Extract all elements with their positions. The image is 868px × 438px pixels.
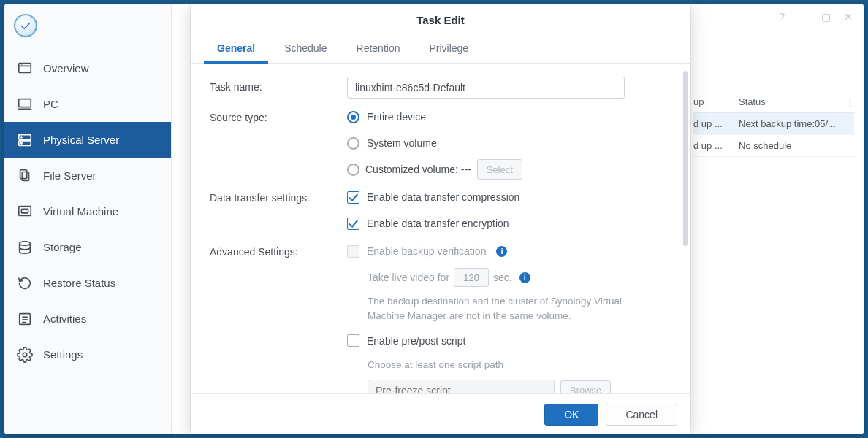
- live-video-prefix: Take live video for: [368, 272, 449, 283]
- svg-rect-11: [19, 206, 31, 215]
- choose-script-text: Choose at least one script path: [368, 358, 660, 372]
- column-menu-icon[interactable]: ⋮: [845, 96, 854, 107]
- task-name-input[interactable]: [347, 77, 625, 99]
- checkbox-icon: [347, 218, 359, 230]
- col-header-status[interactable]: Status: [731, 96, 845, 107]
- help-icon[interactable]: ?: [779, 11, 785, 23]
- modal-title: Task Edit: [191, 4, 690, 36]
- sidebar-item-storage[interactable]: Storage: [4, 229, 171, 265]
- sidebar-item-label: Overview: [43, 62, 89, 74]
- modal-tabs: General Schedule Retention Privilege: [191, 36, 690, 64]
- sidebar-item-restore-status[interactable]: Restore Status: [4, 265, 171, 301]
- col-header-up[interactable]: up: [693, 96, 731, 107]
- minimize-icon[interactable]: —: [798, 11, 808, 23]
- svg-rect-9: [20, 169, 27, 178]
- cancel-button[interactable]: Cancel: [606, 404, 677, 426]
- svg-rect-0: [19, 63, 31, 72]
- live-video-seconds-input: [454, 268, 489, 287]
- maximize-icon[interactable]: ▢: [821, 11, 831, 23]
- checkbox-icon: [347, 191, 359, 204]
- label-source-type: Source type:: [210, 107, 347, 123]
- radio-icon: [347, 111, 359, 123]
- server-icon: [17, 132, 33, 148]
- svg-rect-10: [22, 172, 28, 180]
- sidebar-item-label: PC: [43, 98, 58, 110]
- browse-pre-freeze-button[interactable]: Browse: [560, 380, 611, 393]
- overview-icon: [17, 61, 33, 77]
- sidebar-item-pc[interactable]: PC: [4, 86, 171, 122]
- svg-point-7: [21, 137, 22, 137]
- modal-body: Task name: Source type: Entire device Sy…: [191, 64, 690, 393]
- tab-privilege[interactable]: Privilege: [416, 36, 481, 64]
- info-icon[interactable]: i: [496, 246, 507, 257]
- tab-general[interactable]: General: [204, 36, 268, 64]
- checkbox-encryption[interactable]: Enable data transfer encryption: [347, 214, 671, 233]
- sidebar-item-settings[interactable]: Settings: [4, 337, 171, 372]
- scrollbar[interactable]: [683, 71, 688, 246]
- svg-point-18: [23, 353, 27, 357]
- checkbox-backup-verification: Enable backup verification i: [347, 242, 671, 261]
- sidebar-item-virtual-machine[interactable]: Virtual Machine: [4, 193, 171, 229]
- restore-icon: [17, 275, 33, 291]
- radio-icon: [347, 137, 359, 150]
- tab-retention[interactable]: Retention: [343, 36, 414, 64]
- checkbox-icon: [347, 334, 359, 347]
- label-advanced: Advanced Settings:: [210, 242, 347, 258]
- svg-point-8: [21, 142, 22, 143]
- sidebar-item-overview[interactable]: Overview: [4, 50, 171, 86]
- sidebar-item-activities[interactable]: Activities: [4, 301, 171, 337]
- vm-icon: [17, 204, 33, 220]
- checkbox-icon: [347, 245, 359, 258]
- sidebar-item-label: Activities: [43, 312, 86, 325]
- svg-rect-12: [21, 209, 28, 213]
- pre-freeze-input: [368, 380, 555, 393]
- table-row[interactable]: d up ... No schedule: [693, 135, 854, 157]
- activities-icon: [17, 311, 33, 327]
- radio-icon: [347, 164, 359, 176]
- window-controls: ? — ▢ ✕: [779, 11, 853, 23]
- advanced-warning-text: The backup destination and the cluster o…: [368, 294, 660, 324]
- table-row[interactable]: d up ... Next backup time:05/...: [693, 113, 854, 135]
- live-video-suffix: sec.: [493, 272, 512, 283]
- svg-point-13: [20, 241, 31, 245]
- sidebar-item-physical-server[interactable]: Physical Server: [4, 122, 171, 158]
- sidebar-item-label: Virtual Machine: [43, 205, 118, 218]
- checkbox-compression[interactable]: Enable data transfer compression: [347, 188, 671, 207]
- background-task-table: up Status ⋮ d up ... Next backup time:05…: [693, 91, 854, 157]
- tab-schedule[interactable]: Schedule: [271, 36, 340, 64]
- app-window: Overview PC Physical Server File Server …: [4, 4, 864, 434]
- close-icon[interactable]: ✕: [844, 11, 853, 23]
- gear-icon: [17, 347, 33, 363]
- sidebar-item-label: Settings: [43, 348, 83, 361]
- sidebar: Overview PC Physical Server File Server …: [4, 4, 172, 434]
- radio-customized-volume[interactable]: Customized volume: --- Select: [347, 160, 671, 179]
- label-data-transfer: Data transfer settings:: [210, 188, 347, 204]
- radio-entire-device[interactable]: Entire device: [347, 107, 671, 126]
- label-task-name: Task name:: [210, 77, 347, 93]
- task-edit-modal: Task Edit General Schedule Retention Pri…: [191, 4, 690, 434]
- sidebar-item-label: Physical Server: [43, 134, 119, 146]
- app-logo-icon: [14, 14, 37, 37]
- storage-icon: [17, 239, 33, 256]
- modal-footer: OK Cancel: [191, 393, 690, 434]
- checkbox-enable-script[interactable]: Enable pre/post script: [347, 331, 671, 350]
- file-server-icon: [17, 168, 33, 184]
- select-volume-button[interactable]: Select: [477, 159, 522, 180]
- sidebar-item-label: File Server: [43, 169, 96, 182]
- sidebar-item-label: Restore Status: [43, 277, 115, 289]
- ok-button[interactable]: OK: [544, 404, 598, 426]
- svg-rect-3: [19, 99, 31, 107]
- pc-icon: [17, 96, 33, 112]
- sidebar-item-label: Storage: [43, 241, 82, 253]
- info-icon[interactable]: i: [519, 272, 530, 283]
- radio-system-volume[interactable]: System volume: [347, 134, 671, 153]
- sidebar-item-file-server[interactable]: File Server: [4, 158, 171, 193]
